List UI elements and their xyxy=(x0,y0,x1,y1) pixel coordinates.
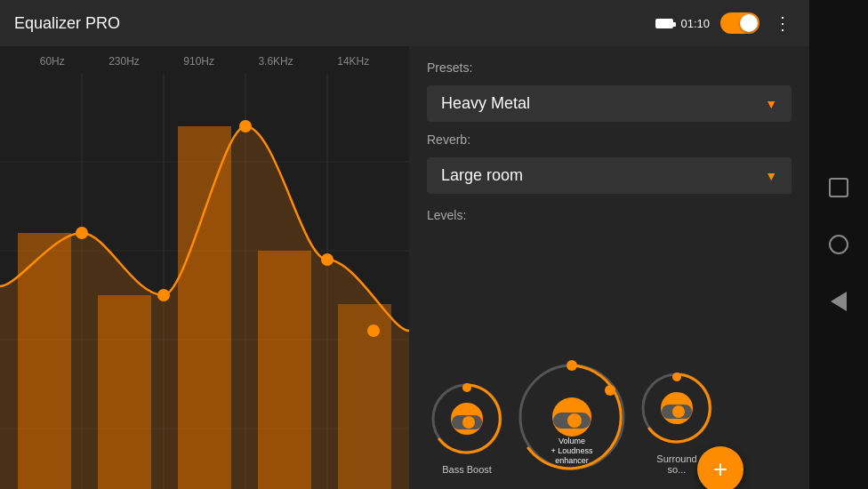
fab-icon: + xyxy=(713,457,727,482)
power-toggle[interactable] xyxy=(720,12,760,34)
svg-point-24 xyxy=(605,385,615,396)
knobs-row: Bass Boost xyxy=(427,236,792,475)
back-button[interactable] xyxy=(824,287,853,316)
reverb-value: Large room xyxy=(441,166,523,185)
top-bar: Equalizer PRO 01:10 ⋮ xyxy=(0,0,809,46)
svg-text:Volume: Volume xyxy=(559,437,585,445)
back-icon xyxy=(831,292,847,311)
svg-text:+ Loudness: + Loudness xyxy=(551,446,593,455)
freq-910hz: 910Hz xyxy=(183,55,214,68)
reverb-label: Reverb: xyxy=(427,132,792,147)
freq-14khz: 14KHz xyxy=(337,55,369,68)
presets-label: Presets: xyxy=(427,60,792,75)
phone-nav-sidebar xyxy=(809,0,868,489)
svg-point-36 xyxy=(672,373,681,381)
eq-panel: 60Hz 230Hz 910Hz 3.6KHz 14KHz xyxy=(0,46,409,489)
bass-boost-knob[interactable] xyxy=(427,379,507,459)
volume-loudness-knob-container: Volume + Loudness enhancer xyxy=(514,359,630,475)
svg-point-28 xyxy=(567,413,582,428)
battery-icon xyxy=(655,19,673,28)
home-button[interactable] xyxy=(824,230,853,259)
preset-dropdown-arrow: ▼ xyxy=(765,97,777,111)
reverb-dropdown[interactable]: Large room ▼ xyxy=(427,157,792,194)
surround-knob-container: Surroundso... + xyxy=(637,368,717,475)
app-container: Equalizer PRO 01:10 ⋮ 60Hz 230Hz 910Hz 3… xyxy=(0,0,809,489)
svg-point-14 xyxy=(157,289,170,301)
freq-230hz: 230Hz xyxy=(108,55,140,68)
status-area: 01:10 xyxy=(655,17,710,30)
main-content: 60Hz 230Hz 910Hz 3.6KHz 14KHz xyxy=(0,46,809,489)
svg-text:enhancer: enhancer xyxy=(555,456,589,465)
bass-boost-knob-container: Bass Boost xyxy=(427,379,507,475)
clock: 01:10 xyxy=(680,17,710,30)
surround-knob[interactable] xyxy=(637,368,717,448)
fab-add-button[interactable]: + xyxy=(697,446,743,489)
toggle-knob xyxy=(740,14,758,32)
svg-point-21 xyxy=(462,416,475,429)
svg-point-17 xyxy=(367,325,380,337)
app-title: Equalizer PRO xyxy=(14,14,120,33)
surround-label: Surroundso... xyxy=(656,453,696,475)
home-icon xyxy=(829,235,848,254)
freq-36khz: 3.6KHz xyxy=(258,55,293,68)
recent-apps-button[interactable] xyxy=(824,173,853,202)
recent-apps-icon xyxy=(829,178,848,197)
top-bar-right: 01:10 ⋮ xyxy=(655,9,795,37)
svg-point-15 xyxy=(239,120,252,132)
svg-point-25 xyxy=(567,360,577,371)
reverb-dropdown-arrow: ▼ xyxy=(765,169,777,183)
svg-point-16 xyxy=(321,253,334,266)
eq-canvas[interactable] xyxy=(0,73,409,489)
freq-60hz: 60Hz xyxy=(40,55,65,68)
menu-button[interactable]: ⋮ xyxy=(770,9,795,37)
bass-boost-label: Bass Boost xyxy=(442,464,492,475)
preset-value: Heavy Metal xyxy=(441,94,530,113)
levels-label: Levels: xyxy=(427,208,792,222)
eq-svg xyxy=(0,73,409,489)
preset-dropdown[interactable]: Heavy Metal ▼ xyxy=(427,85,792,122)
volume-loudness-knob[interactable]: Volume + Loudness enhancer xyxy=(514,359,630,475)
svg-point-35 xyxy=(672,405,685,418)
settings-panel: Presets: Heavy Metal ▼ Reverb: Large roo… xyxy=(409,46,809,489)
svg-point-22 xyxy=(462,383,471,392)
freq-labels: 60Hz 230Hz 910Hz 3.6KHz 14KHz xyxy=(0,46,409,68)
svg-point-13 xyxy=(76,227,88,239)
